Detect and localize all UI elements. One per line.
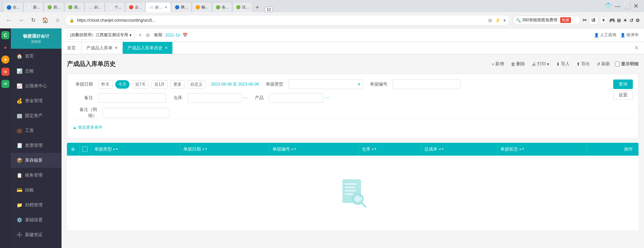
product-dots-btn[interactable]: ··· — [325, 95, 329, 101]
tab-11[interactable]: 🟢 各... — [212, 2, 232, 12]
delete-button[interactable]: 🗑 删除 — [509, 60, 527, 68]
date-btn-7days[interactable]: 近7天 — [132, 80, 149, 89]
period-value[interactable]: 2021-10 — [165, 33, 180, 38]
tab-2[interactable]: 📄 新... — [23, 2, 44, 12]
sidebar-item-settings[interactable]: ⚙️ 基础设置 — [11, 212, 62, 227]
address-bar[interactable]: 🔒 https://cloud.chanjet.com/accounting/u… — [65, 15, 510, 26]
tab-5[interactable]: ☁️ 好... — [85, 2, 105, 12]
forward-button[interactable]: → — [16, 16, 26, 25]
tab-1[interactable]: 🔵 在... — [3, 2, 23, 12]
back-button[interactable]: ← — [4, 16, 14, 25]
search-box[interactable]: 🔍 360智能抠图免费用 热搜 — [513, 16, 580, 25]
show-detail-checkbox[interactable] — [615, 62, 620, 66]
doc-no-input[interactable] — [393, 80, 460, 89]
sidebar-item-checkout[interactable]: 💳 结账 — [11, 183, 62, 198]
date-btn-custom[interactable]: 自定义 — [187, 80, 206, 89]
period-settings-btn[interactable]: ⚙ — [146, 32, 150, 38]
page-tab-history[interactable]: 产成品入库单历史 ✕ — [122, 42, 172, 54]
detail-remark-input[interactable] — [102, 108, 170, 117]
home-button[interactable]: 🏠 — [41, 16, 50, 25]
dropdown-icon[interactable]: ▾ — [503, 18, 506, 23]
company-selector[interactable]: (勿删勿禁用）江西服宝测试专用 ▾ — [67, 30, 135, 40]
tab-8-active[interactable]: ☁️ 好... ✕ — [145, 2, 171, 12]
th-total-cost[interactable]: 总成本 ▲▼ — [422, 143, 498, 156]
print-button[interactable]: 🖨 打印 ▾ — [530, 60, 551, 68]
warehouse-input[interactable] — [188, 93, 242, 103]
product-input[interactable] — [269, 93, 323, 103]
sidebar-item-tax[interactable]: 📋 税务管理 — [11, 168, 62, 183]
app-icon-1[interactable]: ● — [1, 43, 9, 51]
lightning-icon[interactable]: ⚡ — [495, 18, 501, 23]
scissors-btn[interactable]: ✂ — [582, 17, 587, 23]
currency-btn[interactable]: ¥ — [600, 17, 607, 24]
grid-btn[interactable]: ⊞ — [617, 18, 621, 23]
page-tab-history-close[interactable]: ✕ — [165, 46, 168, 50]
th-checkbox[interactable] — [79, 143, 91, 156]
th-doc-date[interactable]: 单据日期 ▲▼ — [181, 143, 270, 156]
import-button[interactable]: ⬇ 导入 — [554, 60, 572, 68]
date-btn-more[interactable]: 更多 — [170, 80, 185, 89]
sidebar-item-funds[interactable]: 💰 资金管理 — [11, 93, 62, 108]
refresh-button[interactable]: ↺ 刷新 — [595, 60, 612, 68]
export-button[interactable]: ⬆ 导出 — [574, 60, 592, 68]
th-doc-type[interactable]: 单据类型 ▲▼ — [91, 143, 181, 156]
collapse-button[interactable]: ▲ 收起更多条件 — [73, 125, 633, 130]
bookmark-button[interactable]: ☆ — [53, 16, 62, 25]
th-doc-no[interactable]: 单据编号 ▲▼ — [269, 143, 359, 156]
breadcrumb-home[interactable]: 首页 — [62, 42, 81, 54]
minimize-button[interactable]: — — [615, 3, 621, 10]
date-btn-today[interactable]: 今天 — [115, 80, 129, 89]
remark-input[interactable] — [98, 93, 166, 103]
sidebar-item-payroll[interactable]: 💼 工资 — [11, 123, 62, 138]
shirt-icon[interactable]: 👕 — [604, 2, 612, 10]
tab-10[interactable]: 🟠 畅... — [192, 2, 212, 12]
address-grid-icon[interactable]: ⊞ — [488, 18, 492, 23]
th-gear[interactable]: ⚙ — [67, 143, 79, 156]
user-avatar[interactable]: 👤 徐泽华 — [620, 32, 639, 38]
app-icon-weibo[interactable]: W — [1, 68, 9, 76]
tab-12[interactable]: 🟢 目... — [232, 2, 253, 12]
setting-button[interactable]: 设置 — [613, 90, 633, 100]
undo-btn[interactable]: ↺ — [629, 18, 634, 23]
tab-8-close[interactable]: ✕ — [165, 5, 167, 9]
date-btn-yesterday[interactable]: 昨天 — [98, 80, 113, 89]
more-btn[interactable]: ⚙ — [636, 18, 640, 23]
sidebar-logo[interactable]: 畅捷通好会计 旗舰版 — [11, 28, 62, 49]
main-panel-close[interactable]: ✕ — [629, 45, 644, 51]
date-btn-1month[interactable]: 近1月 — [151, 80, 168, 89]
gear-icon[interactable]: ⚙ — [71, 147, 75, 152]
translate-btn[interactable]: 译 — [589, 16, 598, 24]
tab-4[interactable]: 🟢 易... — [64, 2, 85, 12]
select-all-checkbox[interactable] — [82, 146, 88, 152]
sidebar-item-ledger[interactable]: 📊 总账 — [11, 64, 62, 78]
close-button[interactable]: ✕ — [634, 2, 639, 10]
tab-9[interactable]: 🔵 腾... — [171, 2, 191, 12]
sidebar-item-home[interactable]: 🏠 首页 — [11, 49, 62, 64]
add-button[interactable]: + 新增 — [490, 60, 506, 68]
calendar-icon[interactable]: 📅 — [183, 33, 188, 38]
sidebar-item-new-voucher[interactable]: ➕ 新建凭证 — [11, 227, 62, 242]
app-icon-mail[interactable]: ✉ — [1, 80, 9, 88]
page-tab-list[interactable]: 产成品入库单 ✕ — [81, 42, 122, 54]
user-service-btn[interactable]: 👤 人工咨询 — [594, 32, 616, 38]
th-warehouse[interactable]: 仓库 ▲▼ — [359, 143, 422, 156]
show-detail-btn[interactable]: 显示明细 — [615, 61, 639, 67]
period-add-btn[interactable]: + — [139, 32, 142, 38]
sidebar-item-inventory[interactable]: 📦 库存核算 — [11, 153, 62, 168]
page-tab-list-close[interactable]: ✕ — [115, 46, 118, 50]
tab-3[interactable]: 🟢 易... — [44, 2, 64, 12]
doc-type-select[interactable]: ▾ — [289, 80, 363, 89]
maximize-button[interactable]: ⬜ — [623, 2, 631, 10]
theme-btn[interactable]: ☀ — [623, 18, 627, 23]
new-tab-button[interactable]: + — [253, 3, 262, 12]
sidebar-item-invoice[interactable]: 🧾 发票管理 — [11, 138, 62, 153]
game-btn[interactable]: 🎮 — [609, 18, 615, 23]
th-doc-status[interactable]: 单据状态 ▲▼ — [498, 143, 587, 156]
app-icon-2[interactable]: ★ — [1, 55, 9, 64]
reload-button[interactable]: ↻ — [28, 16, 38, 25]
tab-7[interactable]: 🔴 企... — [125, 2, 145, 12]
warehouse-dots-btn[interactable]: ··· — [243, 95, 247, 101]
sidebar-item-fixed-assets[interactable]: 🏢 固定资产 — [11, 108, 62, 123]
query-button[interactable]: 查询 — [613, 80, 633, 89]
sidebar-item-archive[interactable]: 📁 归档管理 — [11, 198, 62, 212]
